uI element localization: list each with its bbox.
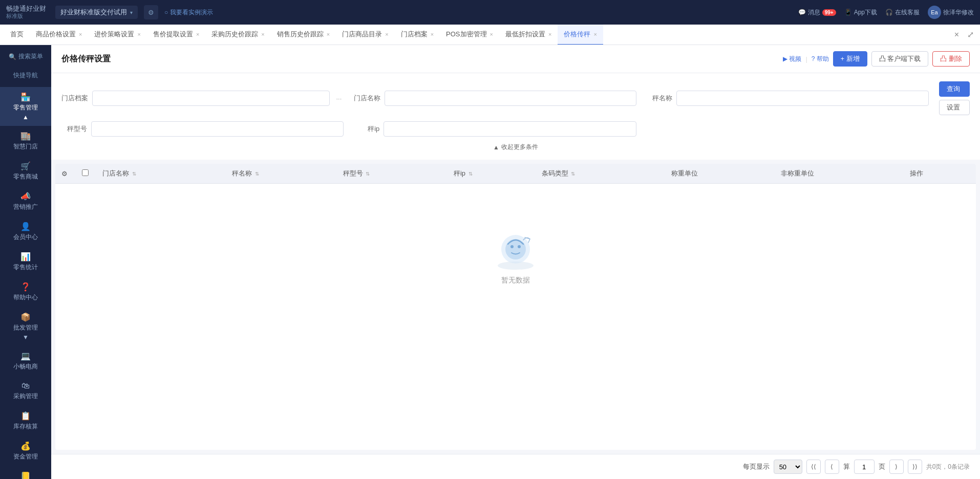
message-btn[interactable]: 💬 消息 99+ bbox=[798, 8, 836, 17]
close-icon[interactable]: × bbox=[327, 31, 330, 37]
first-page-btn[interactable]: ⟨⟨ bbox=[806, 460, 821, 474]
sidebar-item-finance[interactable]: 💰 资金管理 bbox=[0, 436, 51, 466]
next-page-btn[interactable]: ⟩ bbox=[889, 460, 904, 474]
sidebar-item-member[interactable]: 👤 会员中心 bbox=[0, 216, 51, 247]
tab-sell-price[interactable]: 售价提取设置 × bbox=[147, 25, 205, 45]
filter-store-file: 门店档案 ··· bbox=[61, 91, 344, 106]
settings-btn[interactable]: ⚙ bbox=[144, 5, 158, 19]
store-name-input[interactable] bbox=[385, 91, 636, 106]
demo-link-icon: ○ bbox=[164, 9, 168, 16]
close-icon[interactable]: × bbox=[385, 31, 388, 37]
sidebar-item-purchase[interactable]: 🛍 采购管理 bbox=[0, 376, 51, 406]
user-avatar[interactable]: Ea 徐泽华修改 bbox=[928, 6, 974, 19]
tab-purchase-history[interactable]: 采购历史价跟踪 × bbox=[205, 25, 270, 45]
prev-page-btn[interactable]: ⟨ bbox=[825, 460, 839, 474]
th-weight-unit[interactable]: 称重单位 bbox=[665, 164, 775, 184]
download-btn[interactable]: 凸 客户端下载 bbox=[871, 51, 929, 67]
top-bar: 畅捷通好业财 标准版 好业财标准版交付试用 ▾ ⚙ ○ 我要看实例演示 💬 消息… bbox=[0, 0, 980, 25]
scale-model-label: 秤型号 bbox=[61, 124, 87, 134]
close-icon[interactable]: × bbox=[196, 31, 199, 37]
shortcut-nav-btn[interactable]: 快捷导航 bbox=[0, 68, 51, 83]
store-file-input[interactable] bbox=[92, 91, 330, 106]
scale-ip-input[interactable] bbox=[384, 121, 636, 137]
help-btn[interactable]: ? 帮助 bbox=[812, 55, 829, 63]
tab-store-catalog[interactable]: 门店商品目录 × bbox=[336, 25, 394, 45]
sidebar-item-retail-manage[interactable]: 🏪 零售管理 ▲ bbox=[0, 87, 51, 126]
online-service-label: 在线客服 bbox=[895, 8, 920, 17]
th-barcode-type[interactable]: 条码类型 ⇅ bbox=[536, 164, 665, 184]
sidebar-item-inventory[interactable]: 📋 库存核算 bbox=[0, 406, 51, 436]
delete-btn[interactable]: 凸 删除 bbox=[932, 51, 970, 67]
ecommerce-icon: 💻 bbox=[20, 351, 31, 361]
more-options-icon[interactable]: ··· bbox=[334, 95, 344, 102]
page-actions: ▶ 视频 | ? 帮助 + 新增 凸 客户端下载 凸 删除 bbox=[783, 51, 970, 67]
sidebar-item-label: 批发管理 bbox=[13, 323, 38, 332]
sidebar-item-wholesale[interactable]: 📦 批发管理 ▼ bbox=[0, 307, 51, 346]
help-icon: ❓ bbox=[20, 282, 31, 292]
search-menu-btn[interactable]: 🔍 搜索菜单 bbox=[4, 49, 47, 64]
demo-link[interactable]: ○ 我要看实例演示 bbox=[164, 8, 213, 17]
product-selector[interactable]: 好业财标准版交付试用 ▾ bbox=[55, 6, 138, 19]
tab-product-price[interactable]: 商品价格设置 × bbox=[30, 25, 88, 45]
scale-name-input[interactable] bbox=[676, 91, 929, 106]
sidebar-item-ecommerce[interactable]: 💻 小畅电商 bbox=[0, 346, 51, 376]
new-btn[interactable]: + 新增 bbox=[833, 51, 867, 67]
tab-home[interactable]: 首页 bbox=[4, 25, 30, 45]
query-btn[interactable]: 查询 bbox=[939, 81, 970, 97]
sidebar-item-ledger[interactable]: 📒 总账管理 bbox=[0, 466, 51, 479]
th-gear[interactable]: ⚙ bbox=[55, 164, 76, 184]
tab-purchase-strategy[interactable]: 进价策略设置 × bbox=[88, 25, 146, 45]
page-size-select[interactable]: 50 10 20 100 bbox=[774, 460, 802, 474]
close-icon[interactable]: × bbox=[79, 31, 82, 37]
scale-model-input[interactable] bbox=[91, 121, 344, 137]
video-btn[interactable]: ▶ 视频 bbox=[783, 55, 801, 63]
svg-point-4 bbox=[518, 245, 521, 248]
select-all-checkbox[interactable] bbox=[82, 169, 89, 176]
online-service-btn[interactable]: 🎧 在线客服 bbox=[885, 8, 920, 17]
th-store-name[interactable]: 门店名称 ⇅ bbox=[96, 164, 226, 184]
inventory-icon: 📋 bbox=[20, 411, 31, 421]
user-name: 徐泽华修改 bbox=[943, 8, 974, 17]
pagination-bar: 每页显示 50 10 20 100 ⟨⟨ ⟨ 算 页 ⟩ ⟩⟩ 共0页，0条记录 bbox=[51, 454, 980, 479]
last-page-btn[interactable]: ⟩⟩ bbox=[908, 460, 922, 474]
expand-tab-btn[interactable]: ⤢ bbox=[965, 30, 976, 39]
mall-icon: 🛒 bbox=[20, 161, 31, 171]
th-action: 操作 bbox=[904, 164, 976, 184]
tab-price-scale[interactable]: 价格传秤 × bbox=[558, 25, 603, 45]
smart-store-icon: 🏬 bbox=[20, 131, 31, 141]
tab-store-file[interactable]: 门店档案 × bbox=[395, 25, 440, 45]
sidebar-item-label: 零售商城 bbox=[13, 172, 38, 181]
sidebar-item-smart-store[interactable]: 🏬 智慧门店 bbox=[0, 126, 51, 156]
th-check[interactable] bbox=[76, 164, 96, 184]
close-icon[interactable]: × bbox=[431, 31, 434, 37]
page-number-input[interactable] bbox=[854, 460, 875, 474]
collapse-label: 收起更多条件 bbox=[501, 143, 538, 151]
sidebar-item-retail-stats[interactable]: 📊 零售统计 bbox=[0, 247, 51, 277]
close-icon[interactable]: × bbox=[261, 31, 264, 37]
sidebar-item-retail-mall[interactable]: 🛒 零售商城 bbox=[0, 156, 51, 186]
close-icon[interactable]: × bbox=[490, 31, 493, 37]
th-scale-ip[interactable]: 秤ip ⇅ bbox=[448, 164, 536, 184]
close-tab-btn[interactable]: × bbox=[952, 30, 961, 39]
close-icon[interactable]: × bbox=[593, 31, 596, 37]
sidebar-item-marketing[interactable]: 📣 营销推广 bbox=[0, 186, 51, 216]
close-icon[interactable]: × bbox=[137, 31, 140, 37]
chevron-up-icon: ▲ bbox=[493, 144, 499, 151]
settings-filter-btn[interactable]: 设置 bbox=[939, 100, 970, 115]
close-icon[interactable]: × bbox=[548, 31, 551, 37]
tab-label: 进价策略设置 bbox=[94, 30, 134, 39]
arrow-icon: ▲ bbox=[23, 114, 29, 121]
th-scale-name[interactable]: 秤名称 ⇅ bbox=[226, 164, 336, 184]
tab-min-discount[interactable]: 最低折扣设置 × bbox=[499, 25, 558, 45]
collapse-btn[interactable]: ▲ 收起更多条件 bbox=[61, 143, 970, 151]
tab-label: POS加密管理 bbox=[446, 30, 486, 39]
th-scale-model[interactable]: 秤型号 ⇅ bbox=[337, 164, 448, 184]
sidebar-item-help[interactable]: ❓ 帮助中心 bbox=[0, 277, 51, 307]
filter-scale-ip: 秤ip bbox=[354, 121, 636, 137]
top-right: 💬 消息 99+ 📱 App下载 🎧 在线客服 Ea 徐泽华修改 bbox=[798, 6, 974, 19]
tab-pos-manage[interactable]: POS加密管理 × bbox=[440, 25, 499, 45]
sort-icon: ⇅ bbox=[468, 171, 473, 177]
tab-home-label: 首页 bbox=[10, 30, 24, 39]
tab-sell-history[interactable]: 销售历史价跟踪 × bbox=[271, 25, 336, 45]
app-download-btn[interactable]: 📱 App下载 bbox=[844, 8, 877, 17]
